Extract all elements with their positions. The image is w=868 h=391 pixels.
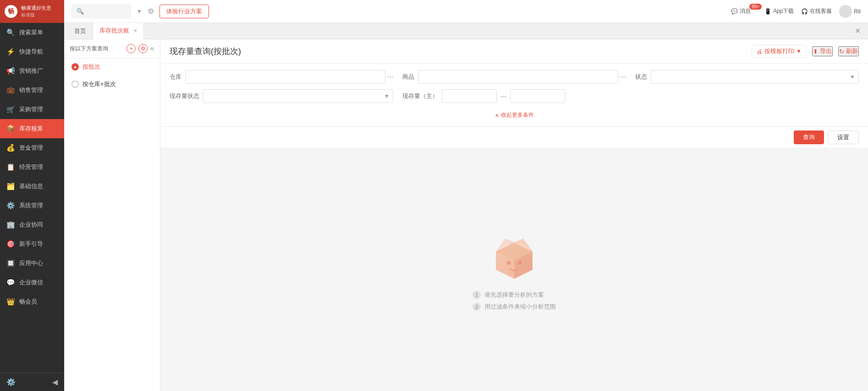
status-label: 状态 <box>635 73 647 81</box>
sidebar: 畅 畅康通好生意 标准版 🔍 搜索菜单 ⚡ 快捷导航 📢 营销推广 💼 销售管理… <box>0 0 64 391</box>
sidebar-item-inventory[interactable]: 📦 库存核算 <box>0 119 64 138</box>
headset-icon: 🎧 <box>801 8 808 15</box>
filter-area: 仓库 ··· 商品 ··· 状态 <box>160 64 868 127</box>
sidebar-edition: 标准版 <box>21 12 51 18</box>
product-input[interactable] <box>418 70 618 84</box>
print-button[interactable]: 🖨 按模板打印 ▼ <box>752 45 807 58</box>
search-input[interactable] <box>87 8 123 15</box>
sidebar-item-search[interactable]: 🔍 搜索菜单 <box>0 23 64 42</box>
left-panel-actions: ＋ ⚙ « <box>126 44 154 53</box>
table-settings-button[interactable]: 设置 <box>828 130 859 144</box>
app-download-button[interactable]: 📱 App下载 <box>764 7 794 15</box>
sales-icon: 💼 <box>6 86 15 94</box>
collapse-sidebar-icon[interactable]: ◀ <box>52 378 58 386</box>
main-content: 🔍 ▼ ⚙ 体验行业方案 💬 消息 99+ 📱 App下载 🎧 在线客服 Rit <box>64 0 868 391</box>
online-service-button[interactable]: 🎧 在线客服 <box>801 7 832 15</box>
action-bar: 查询 设置 <box>160 127 868 148</box>
page-header-actions: 🖨 按模板打印 ▼ ⬆ 导出 ↻ 刷新 <box>752 45 859 58</box>
sidebar-item-enterprise[interactable]: 🏢 企业协同 <box>0 215 64 234</box>
tab-inventory-batch[interactable]: 库存批次账 × <box>93 23 144 39</box>
basic-icon: 🗂️ <box>6 182 15 190</box>
refresh-icon: ↻ <box>839 48 844 55</box>
sidebar-item-label: 资金管理 <box>19 144 43 152</box>
sidebar-item-marketing[interactable]: 📢 营销推广 <box>0 61 64 81</box>
add-scheme-button[interactable]: ＋ <box>126 44 136 53</box>
empty-tip-2: 2 用过滤条件来缩小分析范围 <box>472 303 556 311</box>
close-all-tabs-button[interactable]: ✕ <box>851 27 864 35</box>
warehouse-label: 仓库 <box>170 73 181 81</box>
tab-home[interactable]: 首页 <box>68 23 93 39</box>
topbar-search-icon: 🔍 <box>77 8 84 15</box>
message-button[interactable]: 💬 消息 99+ <box>731 7 757 15</box>
sidebar-item-operation[interactable]: 📋 经营管理 <box>0 157 64 177</box>
product-more-icon[interactable]: ··· <box>620 73 626 81</box>
export-label: 导出 <box>820 47 832 55</box>
refresh-button[interactable]: ↻ 刷新 <box>838 46 859 56</box>
scheme-item-by-batch[interactable]: ● 按批次 <box>64 58 160 76</box>
query-button[interactable]: 查询 <box>794 130 824 144</box>
user-profile[interactable]: Rit <box>839 5 861 18</box>
scheme-settings-button[interactable]: ⚙ <box>138 44 148 53</box>
quick-nav-icon: ⚡ <box>6 48 15 56</box>
stock-qty-max-input[interactable] <box>510 89 565 103</box>
tab-inventory-batch-label: 库存批次账 <box>99 27 129 35</box>
sidebar-item-apps[interactable]: 🔲 应用中心 <box>0 254 64 273</box>
sidebar-item-label: 应用中心 <box>19 259 43 267</box>
sidebar-company-name: 畅康通好生意 <box>21 5 51 11</box>
empty-state: 1 请先选择要分析的方案 2 用过滤条件来缩小分析范围 <box>160 148 868 391</box>
sidebar-item-wechat[interactable]: 💬 企业微信 <box>0 273 64 292</box>
settings-gear-icon[interactable]: ⚙ <box>148 7 154 16</box>
empty-tip-1: 1 请先选择要分析的方案 <box>472 291 556 299</box>
scheme-item-by-warehouse-batch[interactable]: 按仓库+批次 <box>64 76 160 93</box>
stock-qty-label: 现存量（主） <box>402 92 438 100</box>
finance-icon: 💰 <box>6 144 15 152</box>
message-label: 消息 <box>740 7 751 15</box>
enterprise-icon: 🏢 <box>6 221 15 229</box>
stock-qty-dash: — <box>497 93 510 100</box>
export-button[interactable]: ⬆ 导出 <box>812 46 833 56</box>
status-filter: 状态 ▼ <box>635 70 859 84</box>
wechat-icon: 💬 <box>6 278 15 287</box>
left-panel: 按以下方案查询 ＋ ⚙ « ● 按批次 按仓库+批次 <box>64 39 160 391</box>
sidebar-item-label: 系统管理 <box>19 201 43 210</box>
operation-icon: 📋 <box>6 163 15 171</box>
tab-home-label: 首页 <box>74 27 86 35</box>
tip-2-number: 2 <box>472 303 481 311</box>
sidebar-item-label: 基础信息 <box>19 182 43 190</box>
sidebar-item-member[interactable]: 👑 畅会员 <box>0 292 64 311</box>
product-filter: 商品 ··· <box>402 70 626 84</box>
sidebar-item-basic[interactable]: 🗂️ 基础信息 <box>0 177 64 196</box>
sidebar-item-system[interactable]: ⚙️ 系统管理 <box>0 196 64 215</box>
topbar-search-box[interactable]: 🔍 <box>71 5 131 18</box>
tab-close-icon[interactable]: × <box>134 27 137 34</box>
sidebar-item-finance[interactable]: 💰 资金管理 <box>0 138 64 157</box>
stock-status-select[interactable] <box>203 89 393 103</box>
stock-qty-filter: 现存量（主） — <box>402 89 626 103</box>
sidebar-item-purchase[interactable]: 🛒 采购管理 <box>0 100 64 119</box>
product-label: 商品 <box>402 73 414 81</box>
warehouse-more-icon[interactable]: ··· <box>387 73 393 81</box>
collapse-filters-button[interactable]: ∧ 收起更多条件 <box>170 109 859 120</box>
sidebar-title-group: 畅康通好生意 标准版 <box>21 5 51 18</box>
collapse-label: 收起更多条件 <box>501 111 534 119</box>
sidebar-item-newbie[interactable]: 🎯 新手引导 <box>0 234 64 254</box>
stock-status-select-wrap: ▼ <box>203 89 393 103</box>
status-select[interactable] <box>651 70 859 84</box>
print-chevron-icon[interactable]: ▼ <box>796 48 802 54</box>
content-area: 按以下方案查询 ＋ ⚙ « ● 按批次 按仓库+批次 现存量查询(按批次) <box>64 39 868 391</box>
collapse-panel-icon[interactable]: « <box>150 44 154 53</box>
apps-icon: 🔲 <box>6 259 15 267</box>
sidebar-item-quick-nav[interactable]: ⚡ 快捷导航 <box>0 42 64 61</box>
sidebar-item-label: 快捷导航 <box>19 48 43 56</box>
system-icon: ⚙️ <box>6 201 15 210</box>
topbar-chevron-icon[interactable]: ▼ <box>137 8 142 15</box>
topbar: 🔍 ▼ ⚙ 体验行业方案 💬 消息 99+ 📱 App下载 🎧 在线客服 Rit <box>64 0 868 23</box>
experience-button[interactable]: 体验行业方案 <box>159 5 209 18</box>
warehouse-input[interactable] <box>185 70 385 84</box>
stock-qty-min-input[interactable] <box>442 89 497 103</box>
sidebar-item-label: 企业协同 <box>19 221 43 229</box>
settings-icon[interactable]: ⚙️ <box>6 378 16 386</box>
scheme-item-label: 按批次 <box>82 63 100 71</box>
sidebar-item-sales[interactable]: 💼 销售管理 <box>0 81 64 100</box>
empty-illustration <box>487 228 542 283</box>
